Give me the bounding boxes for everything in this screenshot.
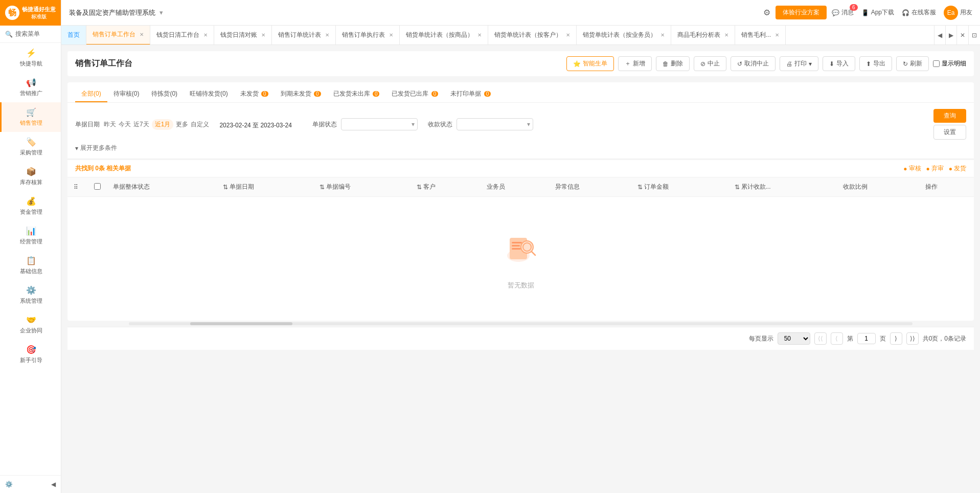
sidebar-item-quick-nav[interactable]: ⚡ 快捷导航 [0,43,61,73]
tab-close-sales-stats-customer[interactable]: ✕ [566,32,570,38]
sidebar-item-tutorial[interactable]: 🎯 新手引导 [0,340,61,369]
col-actions: 操作 [919,177,974,197]
sidebar-item-purchase[interactable]: 🏷️ 采购管理 [0,132,61,162]
search-row: 单据日期 昨天 今天 近7天 近1月 更多 自定义 2023-02-24 至 2… [75,109,966,140]
page-size-select[interactable]: 50 [778,332,810,345]
sidebar-item-system[interactable]: ⚙️ 系统管理 [0,280,61,310]
import-button[interactable]: ⬇ 导入 [823,56,855,71]
filter-tab-shipped-not-out[interactable]: 已发货未出库 0 [327,86,386,102]
tab-sales-stats-product[interactable]: 销货单统计表（按商品） ✕ [400,26,488,45]
tab-sales-stats-customer[interactable]: 销货单统计表（按客户） ✕ [488,26,577,45]
payment-select[interactable] [457,118,533,130]
sidebar-item-marketing[interactable]: 📢 营销推广 [0,73,61,102]
search-icon: 🔍 [5,31,13,38]
shortcut-yesterday[interactable]: 昨天 [104,120,116,129]
cancel-stop-button[interactable]: ↺ 取消中止 [731,56,776,71]
page-number-input[interactable] [857,333,876,344]
col-exception-sort[interactable]: 异常信息 [555,183,625,191]
sidebar-search[interactable]: 🔍 搜索菜单 [0,26,61,43]
query-button[interactable]: 查询 [933,109,966,123]
tab-prev-arrow[interactable]: ◀ [934,26,945,45]
cancel-approve-action-btn[interactable]: ● 弃审 [926,164,944,173]
filter-tab-shipped-out[interactable]: 已发货已出库 0 [385,86,444,102]
solution-button[interactable]: 体验行业方案 [776,6,827,19]
status-select[interactable] [341,118,418,130]
tab-next-arrow[interactable]: ▶ [945,26,956,45]
export-button[interactable]: ⬆ 导出 [859,56,892,71]
tab-daily-clearing[interactable]: 钱货日清工作台 ✕ [150,26,214,45]
stop-button[interactable]: ⊘ 中止 [694,56,726,71]
tab-sales-stats-staff[interactable]: 销货单统计表（按业务员） ✕ [577,26,671,45]
message-action[interactable]: 💬 6 消息 [832,8,854,17]
smart-generate-button[interactable]: ⭐ 智能生单 [566,56,614,71]
col-date-sort[interactable]: ⇅ 单据日期 [223,183,308,191]
page-prev-btn[interactable]: ⟨ [831,332,843,345]
filter-tab-not-shipped[interactable]: 未发货 0 [234,86,275,102]
tab-order-exec[interactable]: 销售订单执行表 ✕ [336,26,400,45]
tab-close-gross-margin[interactable]: ✕ [724,32,728,38]
approve-action-btn[interactable]: ● 审核 [903,164,921,173]
sidebar-item-inventory[interactable]: 📦 库存核算 [0,162,61,191]
app-download-action[interactable]: 📱 App下载 [861,8,894,17]
tab-sales-gross[interactable]: 销售毛利... ✕ [735,26,786,45]
col-staff-sort[interactable]: 业务员 [487,183,543,191]
sidebar-item-enterprise[interactable]: 🤝 企业协同 [0,310,61,340]
col-customer-sort[interactable]: ⇅ 客户 [417,183,474,191]
page-next-btn[interactable]: ⟩ [890,332,902,345]
sidebar-item-basic-info[interactable]: 📋 基础信息 [0,251,61,280]
col-cumulative-sort[interactable]: ⇅ 累计收款... [735,183,831,191]
tab-close-order-exec[interactable]: ✕ [389,32,393,38]
online-service-action[interactable]: 🎧 在线客服 [902,8,936,17]
tab-sales-workbench[interactable]: 销售订单工作台 ✕ [86,26,150,45]
filter-tab-overdue-ship[interactable]: 到期未发货 0 [275,86,327,102]
tab-close-all[interactable]: ✕ [956,26,968,45]
shortcut-1month[interactable]: 近1月 [152,119,174,130]
page-first-btn[interactable]: ⟨⟨ [814,332,827,345]
tab-close-order-stats[interactable]: ✕ [325,32,329,38]
shortcut-custom[interactable]: 自定义 [191,120,209,129]
refresh-button[interactable]: ↻ 刷新 [896,56,929,71]
print-button[interactable]: 🖨 打印 ▾ [780,56,818,71]
col-status-sort[interactable]: 单据整体状态 [113,183,211,191]
tab-gross-margin[interactable]: 商品毛利分析表 ✕ [671,26,735,45]
set-button[interactable]: 设置 [933,125,966,140]
page-last-btn[interactable]: ⟩⟩ [906,332,919,345]
tab-close-sales-workbench[interactable]: ✕ [140,32,144,37]
tab-close-daily-clearing[interactable]: ✕ [203,32,208,38]
user-action[interactable]: Ea 用友 [944,6,972,20]
tab-reconciliation[interactable]: 钱货日清对账 ✕ [214,26,272,45]
shortcut-more[interactable]: 更多 [176,120,188,129]
scrollbar-thumb[interactable] [190,322,292,325]
col-amount-sort[interactable]: ⇅ 订单金额 [637,183,722,191]
filter-tab-unprinted[interactable]: 未打印单据 0 [444,86,497,102]
filter-tab-shop-pending[interactable]: 旺铺待发货(0) [184,86,234,102]
tab-close-sales-stats-product[interactable]: ✕ [477,32,482,38]
filter-tab-all[interactable]: 全部(0) [75,86,107,102]
collapse-icon[interactable]: ◀ [51,481,56,488]
filter-tab-pending-pick[interactable]: 待拣货(0) [145,86,184,102]
tab-maximize[interactable]: ⊡ [968,26,980,45]
svg-rect-2 [512,242,522,243]
shortcut-7days[interactable]: 近7天 [133,120,149,129]
select-all-checkbox[interactable] [94,183,101,190]
tab-close-reconciliation[interactable]: ✕ [261,32,265,38]
tab-close-sales-stats-staff[interactable]: ✕ [660,32,665,38]
table-toolbar: 共找到 0条 相关单据 ● 审核 ● 弃审 ● 发货 [67,160,974,177]
show-detail-checkbox[interactable]: 显示明细 [933,59,966,68]
sidebar-item-operations[interactable]: 📊 经营管理 [0,221,61,251]
expand-more-btn[interactable]: ▾ 展开更多条件 [75,144,966,152]
shortcut-today[interactable]: 今天 [119,120,131,129]
add-button[interactable]: ＋ 新增 [618,56,652,71]
tab-close-sales-gross[interactable]: ✕ [775,32,779,38]
delete-button[interactable]: 🗑 删除 [656,56,690,71]
col-number-sort[interactable]: ⇅ 单据编号 [320,183,404,191]
ship-action-btn[interactable]: ● 发货 [949,164,966,173]
sidebar-item-finance[interactable]: 💰 资金管理 [0,191,61,221]
topbar-dropdown-icon[interactable]: ▾ [159,9,163,16]
tab-order-stats[interactable]: 销售订单统计表 ✕ [272,26,336,45]
settings-icon[interactable]: ⚙️ [5,481,13,488]
gear-icon[interactable]: ⚙ [763,8,770,17]
filter-tab-pending-review[interactable]: 待审核(0) [107,86,146,102]
sidebar-item-sales[interactable]: 🛒 销售管理 [0,102,61,132]
tab-home[interactable]: 首页 [61,26,86,45]
